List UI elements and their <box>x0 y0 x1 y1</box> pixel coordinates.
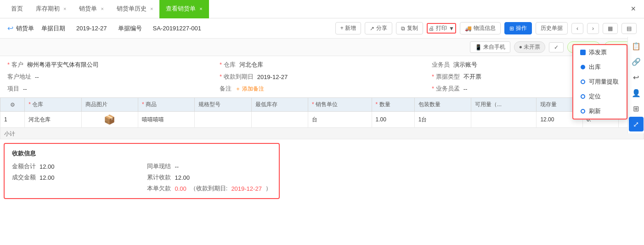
payment-info: 收款信息 金额合计 12.00 同单现结 -- 成交金额 12.00 <box>4 143 280 199</box>
copy-icon: ⧉ <box>401 25 405 32</box>
share-button[interactable]: ↗ 分享 <box>365 22 392 34</box>
close-tab-sales[interactable]: × <box>101 6 103 11</box>
payment-grid: 金额合计 12.00 同单现结 -- 成交金额 12.00 累计收款 12.00 <box>12 162 271 193</box>
right-icon-user[interactable]: 👤 <box>629 85 644 100</box>
project-label: 项目 <box>7 85 19 93</box>
ticket-type-label: 票据类型 <box>432 73 460 81</box>
staff-label: 业务员 <box>432 61 450 69</box>
date-label: 单据日期 <box>41 24 65 33</box>
customer-label: 客户 <box>7 61 23 69</box>
total-amount-row: 金额合计 12.00 <box>12 162 136 171</box>
note-label: 备注 <box>220 85 232 93</box>
close-tab-view[interactable]: × <box>199 6 202 11</box>
add-note-button[interactable]: ＋ 添加备注 <box>235 85 264 93</box>
address-field: 客户地址 -- <box>7 73 212 81</box>
row-available <box>471 112 537 128</box>
locate-icon <box>580 93 586 100</box>
right-icon-link[interactable]: 🔗 <box>629 54 644 69</box>
dropdown-available-extract[interactable]: 可用量提取 <box>573 74 627 89</box>
operate-icon: ⊞ <box>509 25 514 32</box>
biz-staff-label: 业务员孟 <box>432 85 460 93</box>
check-button[interactable]: ✓ <box>549 42 564 52</box>
due-value: 0.00 <box>175 185 186 192</box>
history-records-button[interactable]: 历史单据 <box>536 22 568 34</box>
customer-field: 客户 柳州粤港平安气体有限公司 <box>7 61 212 69</box>
tab-sales-order[interactable]: 销货单 × <box>73 0 110 18</box>
copy-button[interactable]: ⧉ 复制 <box>396 22 423 34</box>
note-field: 备注 ＋ 添加备注 <box>220 85 424 93</box>
logistics-icon: 🚚 <box>465 25 472 32</box>
doc-icon: ↩ <box>7 24 13 33</box>
tab-inventory-init[interactable]: 库存期初 × <box>29 0 73 18</box>
row-image: 📦 <box>81 112 138 128</box>
phone-icon: 📱 <box>475 44 482 51</box>
no-value: SA-20191227-001 <box>153 25 202 32</box>
cumulative-label: 累计收款 <box>147 173 171 182</box>
close-tab-history[interactable]: × <box>150 6 153 11</box>
table-section: ⚙ 仓库 商品图片 商品 规格型号 最低库存 销售单位 数量 包装数量 可用量（… <box>0 97 644 139</box>
main-close-button[interactable]: × <box>627 4 639 14</box>
doc-header: ↩ 销货单 单据日期 2019-12-27 单据编号 SA-20191227-0… <box>0 18 644 39</box>
dropdown-outbound[interactable]: 出库 <box>573 60 627 74</box>
print-icon: 🖨 <box>429 25 434 32</box>
check-icon: ✓ <box>554 44 559 51</box>
new-button[interactable]: + 新增 <box>335 22 361 34</box>
col-available: 可用量（... <box>471 98 537 112</box>
total-value: 12.00 <box>40 163 55 170</box>
right-icon-grid[interactable]: ⊞ <box>629 101 644 116</box>
row-product: 嘻嘻嘻嘻 <box>138 112 194 128</box>
available-icon <box>580 79 586 85</box>
biz-staff-value: -- <box>463 85 468 92</box>
payment-date-value: 2019-12-27 <box>257 74 288 80</box>
from-phone-button[interactable]: 📱 来自手机 <box>470 41 510 53</box>
dropdown-locate[interactable]: 定位 <box>573 89 627 104</box>
table-row: 1 河北仓库 📦 嘻嘻嘻嘻 台 1.00 1台 12.00 0. <box>0 112 644 128</box>
total-label: 金额合计 <box>12 162 36 171</box>
row-warehouse: 河北仓库 <box>25 112 81 128</box>
row-spec <box>195 112 251 128</box>
dropdown-menu: 添发票 出库 可用量提取 定位 <box>572 44 627 120</box>
col-spec: 规格型号 <box>195 98 251 112</box>
right-icon-undo[interactable]: ↩ <box>629 70 644 85</box>
customer-value: 柳州粤港平安气体有限公司 <box>27 61 99 69</box>
col-pack-qty: 包装数量 <box>414 98 471 112</box>
tab-bar: 首页 库存期初 × 销货单 × 销货单历史 × 查看销货单 × × <box>0 0 644 18</box>
toolbar-row: 📱 来自手机 ● 未开票 ✓ ✓ 已核销 ✓ 已生效 <box>0 39 644 56</box>
payment-date-field: 收款到期日 2019-12-27 <box>220 73 424 81</box>
nav-prev-button[interactable]: ‹ <box>571 23 583 34</box>
nav-next-button[interactable]: › <box>587 23 599 34</box>
due-end: ） <box>266 184 271 193</box>
same-settlement-label: 同单现结 <box>147 162 171 171</box>
right-icon-expand[interactable]: ⤢ <box>629 117 644 131</box>
operate-button[interactable]: ⊞ 操作 <box>504 22 532 34</box>
invoice-icon <box>580 49 586 56</box>
view-grid2-button[interactable]: ▤ <box>621 23 637 34</box>
logistics-button[interactable]: 🚚 物流信息 <box>460 22 501 34</box>
due-row: 本单欠款 0.00 （收款到期日: 2019-12-27 ） <box>147 184 271 193</box>
dropdown-add-invoice[interactable]: 添发票 <box>573 45 627 60</box>
date-value: 2019-12-27 <box>76 25 107 32</box>
same-settlement-row: 同单现结 -- <box>147 162 271 171</box>
col-image: 商品图片 <box>81 98 138 112</box>
close-tab-inventory[interactable]: × <box>63 6 66 11</box>
row-qty: 1.00 <box>372 112 414 128</box>
share-icon: ↗ <box>370 25 374 32</box>
form-section: 客户 柳州粤港平安气体有限公司 仓库 河北仓库 业务员 演示账号 客户地址 --… <box>0 56 644 97</box>
warehouse-field: 仓库 河北仓库 <box>220 61 424 69</box>
right-icon-note[interactable]: 📋 <box>629 39 644 53</box>
view-grid1-button[interactable]: ▦ <box>603 23 618 34</box>
tab-view-sales[interactable]: 查看销货单 × <box>159 0 209 18</box>
due-note: （收款到期日: <box>190 184 228 193</box>
dropdown-arrow: ▼ <box>449 25 454 32</box>
col-min-stock: 最低库存 <box>251 98 308 112</box>
products-table: ⚙ 仓库 商品图片 商品 规格型号 最低库存 销售单位 数量 包装数量 可用量（… <box>0 97 644 139</box>
tab-sales-history[interactable]: 销货单历史 × <box>110 0 159 18</box>
subtotal-cell: 小计 <box>0 128 644 139</box>
address-value: -- <box>35 74 39 80</box>
dropdown-refresh[interactable]: 刷新 <box>573 104 627 119</box>
due-date: 2019-12-27 <box>231 185 262 192</box>
print-button[interactable]: 🖨 打印 ▼ <box>427 23 456 34</box>
col-product: 商品 <box>138 98 194 112</box>
tab-home[interactable]: 首页 <box>5 0 29 18</box>
not-open-ticket-badge[interactable]: ● 未开票 <box>514 41 546 53</box>
